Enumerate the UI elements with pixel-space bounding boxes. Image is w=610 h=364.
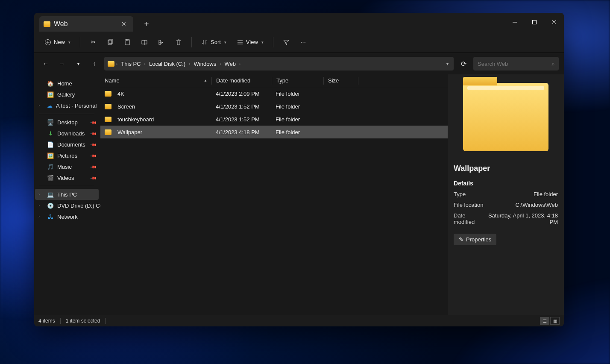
chevron-right-icon: › — [38, 103, 40, 108]
rename-button[interactable] — [137, 36, 152, 48]
new-button[interactable]: New ▾ — [40, 36, 75, 48]
chevron-right-icon: › — [38, 192, 40, 197]
details-value: Saturday, April 1, 2023, 4:18 PM — [488, 212, 558, 225]
new-tab-button[interactable]: ＋ — [138, 16, 155, 31]
pin-icon: 📌 — [90, 163, 97, 170]
details-row-type: TypeFile folder — [454, 191, 558, 197]
chevron-right-icon: › — [189, 62, 190, 66]
sidebar-item-label: Videos — [57, 175, 74, 181]
sidebar-item-label: Home — [57, 80, 72, 87]
window-controls — [505, 13, 564, 32]
file-type: File folder — [276, 103, 300, 110]
pin-icon: 📌 — [90, 152, 97, 159]
file-row[interactable]: Screen4/1/2023 1:52 PMFile folder — [100, 100, 448, 113]
delete-button[interactable] — [171, 36, 186, 48]
sidebar-item-onedrive[interactable]: ›☁A test - Personal — [35, 100, 99, 111]
chevron-right-icon: › — [116, 62, 117, 66]
copy-icon — [107, 39, 114, 46]
address-dropdown[interactable]: ▾ — [445, 60, 450, 68]
crumb-windows[interactable]: Windows — [192, 60, 218, 68]
crumb-local-disk[interactable]: Local Disk (C:) — [147, 60, 187, 68]
minimize-icon — [512, 20, 517, 25]
crumb-this-pc[interactable]: This PC — [119, 60, 142, 68]
titlebar: Web ✕ ＋ — [34, 13, 564, 32]
sidebar-item-downloads[interactable]: ⬇Downloads📌 — [35, 128, 99, 139]
search-box[interactable]: ⌕ — [473, 57, 559, 70]
details-value: C:\Windows\Web — [516, 202, 558, 208]
sidebar-item-videos[interactable]: 🎬Videos📌 — [35, 172, 99, 183]
file-row[interactable]: Wallpaper4/1/2023 4:18 PMFile folder — [100, 126, 448, 138]
crumb-web[interactable]: Web — [223, 60, 238, 68]
column-size[interactable]: Size — [324, 77, 358, 84]
back-button[interactable]: ← — [39, 57, 52, 70]
sidebar-item-gallery[interactable]: 🖼️Gallery — [35, 89, 99, 100]
view-icon — [237, 39, 243, 46]
file-row[interactable]: 4K4/1/2023 2:09 PMFile folder — [100, 87, 448, 100]
sidebar-item-label: Documents — [57, 141, 85, 148]
share-icon — [158, 39, 165, 46]
cut-button[interactable]: ✂ — [85, 36, 101, 48]
sidebar-item-desktop[interactable]: 🖥️Desktop📌 — [35, 117, 99, 128]
sidebar-item-dvd[interactable]: ›💿DVD Drive (D:) CCC — [35, 200, 99, 211]
icons-view-button[interactable]: ▦ — [550, 317, 560, 325]
filter-button[interactable] — [279, 36, 294, 48]
close-window-button[interactable] — [544, 13, 564, 32]
divider — [39, 186, 94, 186]
file-name: Screen — [117, 103, 135, 110]
view-label: View — [246, 39, 258, 45]
sidebar-item-pictures[interactable]: 🖼️Pictures📌 — [35, 150, 99, 161]
up-button[interactable]: ↑ — [88, 57, 101, 70]
details-heading: Details — [454, 180, 558, 187]
share-button[interactable] — [154, 36, 169, 48]
copy-button[interactable] — [103, 36, 118, 48]
cut-icon: ✂ — [90, 39, 97, 46]
folder-icon — [108, 61, 114, 67]
tab-close-button[interactable]: ✕ — [119, 20, 129, 28]
maximize-button[interactable] — [525, 13, 544, 32]
sidebar-item-home[interactable]: 🏠Home — [35, 78, 99, 89]
crumb-label: Windows — [194, 61, 217, 67]
details-key: Type — [454, 191, 466, 197]
view-button[interactable]: View ▾ — [232, 36, 268, 48]
folder-icon — [105, 91, 111, 97]
sort-button[interactable]: Sort ▾ — [197, 36, 231, 48]
sidebar-item-documents[interactable]: 📄Documents📌 — [35, 139, 99, 150]
divider — [273, 37, 273, 47]
minimize-button[interactable] — [505, 13, 525, 32]
file-row[interactable]: touchkeyboard4/1/2023 1:52 PMFile folder — [100, 113, 448, 126]
sidebar-item-network[interactable]: ›🖧Network — [35, 211, 99, 222]
sidebar-item-label: Network — [57, 214, 78, 220]
more-button[interactable]: ⋯ — [296, 36, 311, 48]
file-type: File folder — [276, 116, 300, 123]
column-type[interactable]: Type — [272, 77, 323, 84]
filter-icon — [283, 39, 290, 46]
chevron-down-icon: ▾ — [224, 40, 226, 44]
tab-web[interactable]: Web ✕ — [39, 16, 133, 32]
search-input[interactable] — [478, 61, 551, 67]
paste-button[interactable] — [120, 36, 135, 48]
sidebar: 🏠Home 🖼️Gallery ›☁A test - Personal 🖥️De… — [34, 74, 100, 315]
refresh-button[interactable]: ⟳ — [457, 57, 470, 70]
divider — [60, 318, 61, 324]
delete-icon — [175, 39, 182, 46]
maximize-icon — [532, 20, 537, 25]
file-name: Wallpaper — [117, 129, 142, 135]
gallery-icon: 🖼️ — [47, 91, 54, 98]
paste-icon — [124, 39, 131, 46]
column-date[interactable]: Date modified — [212, 77, 272, 84]
details-view-button[interactable]: ☰ — [540, 317, 549, 325]
svg-rect-1 — [533, 21, 537, 24]
sidebar-item-this-pc[interactable]: ›💻This PC — [35, 189, 99, 200]
folder-icon — [44, 21, 50, 27]
pin-icon: 📌 — [90, 141, 97, 148]
sidebar-item-label: A test - Personal — [56, 103, 97, 109]
file-date: 4/1/2023 1:52 PM — [216, 103, 260, 110]
properties-button[interactable]: ✎ Properties — [454, 234, 496, 245]
recent-button[interactable]: ▾ — [72, 57, 85, 70]
properties-label: Properties — [466, 236, 491, 243]
sidebar-item-music[interactable]: 🎵Music📌 — [35, 161, 99, 172]
forward-button[interactable]: → — [56, 57, 68, 70]
column-name[interactable]: Name▲ — [100, 77, 211, 84]
details-row-location: File locationC:\Windows\Web — [454, 202, 558, 208]
address-bar[interactable]: › This PC › Local Disk (C:) › Windows › … — [104, 57, 454, 70]
